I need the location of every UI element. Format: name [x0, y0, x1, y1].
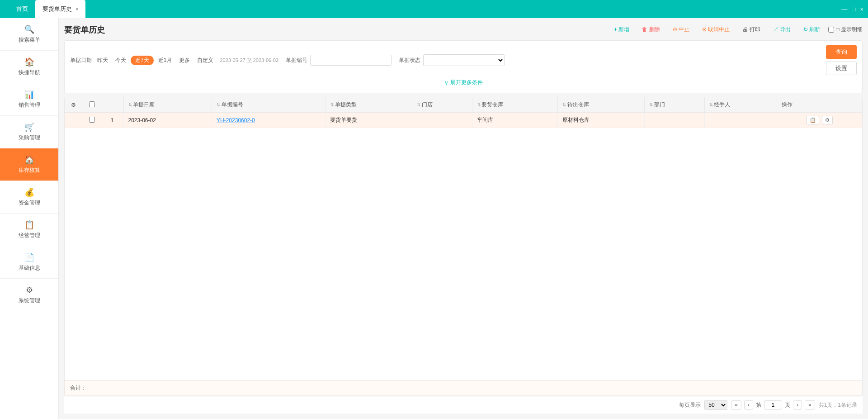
expand-chevron-icon: ∨	[444, 80, 448, 86]
page-nav: « ‹ 第 页 › »	[731, 400, 815, 409]
sidebar-item-operations-mgmt[interactable]: 📋 经营管理	[0, 214, 58, 246]
export-button[interactable]: ↗ 导出	[769, 24, 795, 36]
col-store[interactable]: 门店	[412, 97, 472, 113]
page-size-label: 每页显示	[679, 401, 701, 409]
row-checkbox[interactable]	[89, 117, 95, 123]
date-shortcuts: 昨天 今天 近7天 近1月 更多 自定义	[94, 56, 216, 65]
doc-no-label: 单据编号	[286, 57, 307, 64]
filter-area: 单据日期 昨天 今天 近7天 近1月 更多 自定义 2023-05-27 至 2…	[64, 40, 863, 93]
doc-status-select[interactable]	[423, 54, 505, 66]
sidebar-item-system-mgmt[interactable]: ⚙ 系统管理	[0, 279, 58, 311]
page-size-select[interactable]: 50 20 100	[704, 400, 727, 410]
page-label: 第	[756, 401, 761, 409]
refresh-button[interactable]: ↻ 刷新	[799, 24, 825, 36]
print-button[interactable]: 🖨 打印	[738, 24, 764, 36]
toolbar: + 新增 🗑 删除 ⊘ 中止 ⊗ 取消中止 🖨 打印 ↗ 导出 ↻ 刷新 □ 显…	[609, 24, 863, 36]
select-all-checkbox[interactable]	[89, 101, 95, 107]
col-settings: ⚙	[65, 97, 83, 113]
row-settings-icon[interactable]	[65, 113, 83, 128]
row-actions: 📋 ⚙	[777, 113, 862, 128]
row-num: 1	[101, 113, 123, 128]
doc-no-filter-group: 单据编号	[286, 55, 392, 66]
shortcut-today[interactable]: 今天	[113, 56, 129, 65]
shortcut-more[interactable]: 更多	[176, 56, 193, 65]
col-department[interactable]: 部门	[645, 97, 704, 113]
page-title: 要货单历史	[64, 24, 609, 35]
sales-mgmt-icon: 📊	[24, 90, 34, 100]
new-button[interactable]: + 新增	[609, 24, 634, 36]
shortcut-custom[interactable]: 自定义	[194, 56, 216, 65]
tab-active[interactable]: 要货单历史 ×	[35, 0, 85, 18]
table-header: ⚙ 单据日期 单据编号 单据类型 门店 要货仓库 待出仓库 部门	[65, 97, 862, 113]
first-page-btn[interactable]: «	[731, 400, 741, 409]
inventory-icon: 🏠	[24, 155, 34, 165]
table-container: ⚙ 单据日期 单据编号 单据类型 门店 要货仓库 待出仓库 部门	[64, 97, 863, 396]
window-controls: — □ ×	[842, 6, 863, 13]
purchase-mgmt-icon: 🛒	[24, 122, 34, 132]
tab-list: 首页 要货单历史 ×	[9, 0, 85, 18]
row-pending-warehouse: 原材料仓库	[557, 113, 644, 128]
next-page-btn[interactable]: ›	[793, 400, 802, 409]
shortcut-7days[interactable]: 近7天	[131, 56, 154, 65]
sidebar-item-sales-mgmt[interactable]: 📊 销售管理	[0, 83, 58, 116]
display-detail-input[interactable]	[828, 27, 834, 33]
sidebar-item-finance-mgmt[interactable]: 💰 资金管理	[0, 181, 58, 214]
setting-button[interactable]: 设置	[826, 62, 857, 75]
date-range-display: 2023-05-27 至 2023-06-02	[220, 57, 278, 64]
sidebar-item-basic-info[interactable]: 📄 基础信息	[0, 246, 58, 279]
table-scroll: ⚙ 单据日期 单据编号 单据类型 门店 要货仓库 待出仓库 部门	[65, 97, 862, 380]
row-req-warehouse: 车间库	[472, 113, 557, 128]
top-bar: 首页 要货单历史 × — □ ×	[0, 0, 868, 18]
row-copy-btn[interactable]: 📋	[807, 116, 819, 124]
cancel-button[interactable]: ⊗ 取消中止	[698, 24, 734, 36]
row-settings-btn[interactable]: ⚙	[822, 116, 833, 124]
row-doc-no[interactable]: YH-20230602-0	[212, 113, 326, 128]
last-page-btn[interactable]: »	[805, 400, 815, 409]
row-doc-type: 要货单要货	[325, 113, 412, 128]
pagination: 每页显示 50 20 100 « ‹ 第 页 › » 共1页，1条记录	[64, 396, 863, 414]
col-req-warehouse[interactable]: 要货仓库	[472, 97, 557, 113]
sidebar-item-inventory[interactable]: 🏠 库存核算	[0, 148, 58, 181]
basic-info-icon: 📄	[24, 252, 34, 262]
data-table: ⚙ 单据日期 单据编号 单据类型 门店 要货仓库 待出仓库 部门	[65, 97, 862, 128]
expand-more-btn[interactable]: ∨ 展开更多条件	[70, 77, 857, 88]
sidebar: 🔍 搜索菜单 🏠 快捷导航 📊 销售管理 🛒 采购管理 🏠 库存核算 💰 资金管…	[0, 18, 59, 419]
close-btn[interactable]: ×	[860, 6, 863, 13]
col-doc-no[interactable]: 单据编号	[212, 97, 326, 113]
finance-mgmt-icon: 💰	[24, 187, 34, 197]
col-doc-date[interactable]: 单据日期	[123, 97, 212, 113]
filter-action-buttons: 查询 设置	[826, 45, 857, 75]
sidebar-item-search-menu[interactable]: 🔍 搜索菜单	[0, 18, 58, 51]
sidebar-item-purchase-mgmt[interactable]: 🛒 采购管理	[0, 116, 58, 148]
query-button[interactable]: 查询	[826, 45, 857, 59]
date-filter-group: 单据日期 昨天 今天 近7天 近1月 更多 自定义 2023-05-27 至 2…	[70, 56, 278, 65]
col-pending-warehouse[interactable]: 待出仓库	[557, 97, 644, 113]
doc-status-label: 单据状态	[399, 57, 420, 64]
row-checkbox-cell[interactable]	[83, 113, 101, 128]
table-body: 1 2023-06-02 YH-20230602-0 要货单要货 车间库 原材料…	[65, 113, 862, 128]
layout: 🔍 搜索菜单 🏠 快捷导航 📊 销售管理 🛒 采购管理 🏠 库存核算 💰 资金管…	[0, 18, 868, 419]
col-handler[interactable]: 经手人	[704, 97, 777, 113]
shortcut-1month[interactable]: 近1月	[156, 56, 175, 65]
display-detail-checkbox[interactable]: □ 显示明细	[828, 26, 863, 33]
quick-nav-icon: 🏠	[24, 57, 34, 67]
operations-mgmt-icon: 📋	[24, 220, 34, 230]
doc-no-input[interactable]	[310, 55, 392, 66]
row-doc-date: 2023-06-02	[123, 113, 212, 128]
stop-button[interactable]: ⊘ 中止	[668, 24, 694, 36]
restore-btn[interactable]: □	[852, 6, 856, 13]
delete-button[interactable]: 🗑 删除	[637, 24, 664, 36]
tab-home[interactable]: 首页	[9, 0, 35, 18]
minimize-btn[interactable]: —	[842, 6, 848, 13]
col-num	[101, 97, 123, 113]
col-doc-type[interactable]: 单据类型	[325, 97, 412, 113]
page-unit: 页	[785, 401, 790, 409]
sidebar-item-quick-nav[interactable]: 🏠 快捷导航	[0, 51, 58, 83]
col-checkbox	[83, 97, 101, 113]
close-tab-icon[interactable]: ×	[75, 6, 78, 12]
table-footer: 合计：	[65, 380, 862, 395]
shortcut-yesterday[interactable]: 昨天	[94, 56, 111, 65]
prev-page-btn[interactable]: ‹	[744, 400, 753, 409]
current-page-input[interactable]	[764, 400, 782, 409]
doc-status-filter-group: 单据状态	[399, 54, 505, 66]
